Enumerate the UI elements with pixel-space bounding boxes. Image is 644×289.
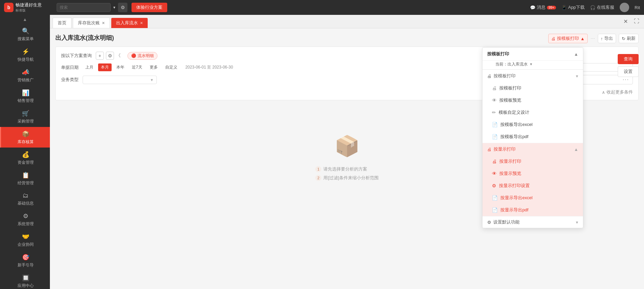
dropdown-item-display-export-pdf[interactable]: 📄按显示导出pdf: [482, 204, 583, 216]
tab-close-all[interactable]: ✕: [621, 18, 630, 25]
template-export-pdf-icon: 📄: [492, 134, 498, 139]
tab-label: 库存批次账: [78, 20, 100, 26]
trial-button[interactable]: 体验行业方案: [131, 3, 167, 12]
search-dropdown-chevron[interactable]: ▾: [113, 5, 115, 10]
date-btn-自定义[interactable]: 自定义: [163, 63, 180, 71]
date-btn-更多[interactable]: 更多: [147, 63, 160, 71]
message-item[interactable]: 💬 消息 99+: [530, 4, 556, 10]
tab-batch-account[interactable]: 库存批次账✕: [73, 18, 110, 28]
app-download-item[interactable]: 📱 App下载: [561, 4, 585, 10]
dropdown-collapse-arrow[interactable]: ▲: [574, 52, 578, 57]
dropdown-item-display-print[interactable]: 🖨按显示打印: [482, 155, 583, 167]
tab-close-icon[interactable]: ✕: [102, 21, 105, 25]
sidebar-item-purchase[interactable]: 🛒采购管理: [0, 106, 50, 127]
sidebar-item-label: 新手引导: [18, 262, 34, 268]
date-btn-近7天[interactable]: 近7天: [129, 63, 145, 71]
tab-expand[interactable]: ⛶: [632, 18, 641, 25]
refresh-button[interactable]: ↻ 刷新: [619, 34, 639, 43]
query-button[interactable]: 查询: [618, 54, 639, 64]
dropdown-item-label: 按显示打印设置: [499, 183, 530, 189]
sidebar-item-inventory[interactable]: 📦库存核算: [0, 127, 50, 148]
export-button[interactable]: ↑ 导出: [598, 34, 616, 43]
dropdown-item-display-print-settings[interactable]: ⚙按显示打印设置: [482, 180, 583, 192]
app-header: b 畅捷通好生意 标准版 ▾ ⚙ 体验行业方案 💬 消息 99+ 📱 App下载…: [0, 0, 644, 15]
search-input[interactable]: [57, 3, 111, 12]
sidebar-item-search[interactable]: 🔍搜索菜单: [0, 24, 50, 45]
dropdown-item-label: 按模板打印: [499, 85, 521, 91]
dropdown-section-header-display-print-section[interactable]: 🖨按显示打印▲: [482, 143, 583, 155]
page-content: 出入库流水(流水明细) 🖨 按模板打印 ▲ ··· ↑ 导出 ↻ 刷新: [50, 28, 644, 289]
tab-label: 出入库流水: [116, 20, 138, 26]
display-export-excel-icon: 📄: [492, 195, 498, 201]
header-right: 💬 消息 99+ 📱 App下载 🎧 在线客服 Rit: [530, 3, 640, 12]
template-print-button[interactable]: 🖨 按模板打印 ▲: [548, 34, 588, 43]
business-type-select[interactable]: ▾: [83, 76, 157, 84]
date-range: 2023-06-01 至 2023-06-30: [185, 64, 233, 70]
sidebar-item-guide[interactable]: 🎯新手引导: [0, 250, 50, 271]
dropdown-item-template-custom[interactable]: ✏模板自定义设计: [482, 106, 583, 119]
sidebar-item-label: 应用中心: [18, 283, 34, 289]
app-download-label: App下载: [568, 4, 585, 10]
avatar[interactable]: [620, 3, 629, 12]
gear-icon[interactable]: ⚙: [118, 3, 127, 12]
sidebar-item-app-center[interactable]: 🔲应用中心: [0, 271, 50, 289]
current-template-label: 当前：出入库流水 ▾: [482, 61, 583, 70]
settings-button[interactable]: 设置: [618, 66, 639, 77]
dropdown-item-label: 按模板导出pdf: [500, 134, 528, 140]
display-export-pdf-icon: 📄: [492, 207, 498, 213]
sidebar-item-marketing[interactable]: 📣营销推广: [0, 65, 50, 86]
sidebar-item-sales[interactable]: 📊销售管理: [0, 86, 50, 106]
business-type-label: 业务类型: [61, 77, 79, 83]
filter-tag-water[interactable]: 🔴 流水明细: [127, 52, 157, 60]
app-body: ▲ 🔍搜索菜单⚡快捷导航📣营销推广📊销售管理🛒采购管理📦库存核算💰资金管理📋经营…: [0, 15, 644, 289]
refresh-icon: ↻: [622, 36, 625, 41]
dropdown-item-template-export-excel[interactable]: 📄按模板导出excel: [482, 119, 583, 131]
date-label: 单据日期: [61, 64, 79, 71]
collapse-more-button[interactable]: ∧ 收起更多条件: [602, 89, 633, 95]
dropdown-item-label: 按显示打印: [499, 158, 521, 164]
sidebar-item-label: 快捷导航: [18, 57, 34, 62]
filter-add-button[interactable]: +: [96, 52, 104, 60]
date-filter: 上月本月本年近7天更多自定义: [83, 63, 180, 71]
template-custom-icon: ✏: [492, 110, 496, 115]
empty-illustration: 📦: [330, 129, 364, 163]
set-default-item[interactable]: ⚙ 设置默认功能 ▾: [482, 216, 583, 228]
toolbar: 🖨 按模板打印 ▲ ··· ↑ 导出 ↻ 刷新: [548, 34, 639, 43]
date-btn-本年[interactable]: 本年: [114, 63, 127, 71]
tip-number: 2: [315, 175, 321, 181]
date-btn-上月[interactable]: 上月: [83, 63, 96, 71]
dropdown-item-template-preview[interactable]: 👁按模板预览: [482, 94, 583, 106]
dropdown-header: 按模板打印 ▲: [482, 48, 583, 61]
filter-set-button[interactable]: ⚙: [106, 52, 114, 60]
dropdown-section-header-template-print-section[interactable]: 🖨按模板打印▾: [482, 70, 583, 82]
dropdown-item-label: 按显示导出pdf: [500, 207, 528, 213]
tab-home[interactable]: 首页: [53, 18, 71, 28]
dropdown-item-label: 按显示预览: [499, 170, 521, 177]
system-icon: ⚙: [23, 212, 28, 220]
sidebar-item-label: 资金管理: [18, 160, 34, 165]
sidebar-item-system[interactable]: ⚙系统管理: [0, 209, 50, 230]
sidebar-item-cooperation[interactable]: 🤝企业协同: [0, 230, 50, 250]
dropdown-item-display-export-excel[interactable]: 📄按显示导出excel: [482, 192, 583, 204]
online-service-item[interactable]: 🎧 在线客服: [590, 4, 614, 10]
tag-icon: 🔴: [131, 53, 136, 58]
sidebar-scroll-up[interactable]: ▲: [0, 15, 50, 24]
message-icon: 💬: [530, 5, 535, 10]
dropdown-item-label: 按显示导出excel: [500, 195, 532, 201]
filter-collapse-button[interactable]: 《: [116, 53, 121, 59]
tab-flow-detail[interactable]: 出入库流水✕: [111, 18, 148, 28]
tab-close-icon[interactable]: ✕: [140, 21, 143, 25]
sidebar-item-basic[interactable]: 🗂基础信息: [0, 189, 50, 209]
template-export-excel-icon: 📄: [492, 122, 498, 127]
filter-scheme-label: 按以下方案查询: [61, 53, 92, 59]
sidebar-item-finance[interactable]: 💰资金管理: [0, 148, 50, 168]
dropdown-item-display-preview[interactable]: 👁按显示预览: [482, 167, 583, 180]
date-btn-本月[interactable]: 本月: [98, 63, 112, 71]
sidebar-item-label: 营销推广: [18, 77, 34, 83]
filter-actions: + ⚙ 《: [96, 52, 121, 60]
sidebar-item-operations[interactable]: 📋经营管理: [0, 168, 50, 189]
dropdown-item-template-export-pdf[interactable]: 📄按模板导出pdf: [482, 131, 583, 143]
sidebar-item-quick-nav[interactable]: ⚡快捷导航: [0, 45, 50, 65]
dropdown-item-template-print[interactable]: 🖨按模板打印: [482, 82, 583, 94]
guide-icon: 🎯: [22, 254, 29, 261]
